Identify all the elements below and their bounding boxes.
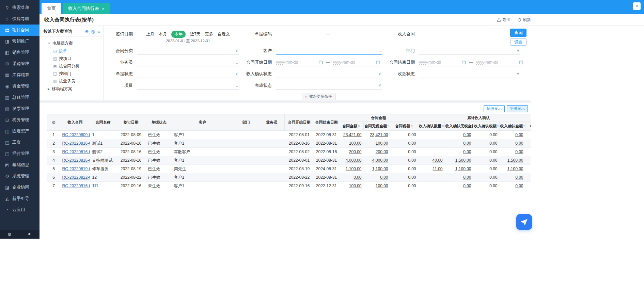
quick-date-option[interactable]: 本年 xyxy=(171,31,186,38)
tab-home[interactable]: 首页 xyxy=(42,3,61,14)
amount-link[interactable]: 0.00 xyxy=(380,175,388,180)
amount-link[interactable]: 0.00 xyxy=(515,183,523,188)
locate-icon[interactable]: ◎ xyxy=(91,29,95,34)
sidebar-item-marketing[interactable]: ◨营销推广 xyxy=(0,36,40,47)
amount-link[interactable]: 1,100.00 xyxy=(372,166,388,171)
view-toggle-button[interactable]: 层级显示 xyxy=(484,105,505,112)
salesman-input[interactable] xyxy=(137,60,234,65)
quick-date-option[interactable]: 自定义 xyxy=(218,31,230,37)
gear-icon[interactable]: ⚙ xyxy=(7,232,12,237)
sidebar-item-system[interactable]: ⚙系统管理 xyxy=(0,171,40,182)
amount-link[interactable]: 0.00 xyxy=(463,149,471,154)
col-header-customer[interactable]: 客户 xyxy=(172,114,233,131)
amount-link[interactable]: 0.00 xyxy=(515,149,523,154)
sidebar-item-invoice[interactable]: ▧发票管理 xyxy=(0,103,40,114)
scheme-item-by-order[interactable]: ◷ 按单 xyxy=(40,47,103,55)
amount-link[interactable]: 0.00 xyxy=(463,183,471,188)
amount-link[interactable]: 200.00 xyxy=(349,149,362,154)
quick-date-option[interactable]: 近7天 xyxy=(190,31,201,37)
chevron-down-icon[interactable]: ∨ xyxy=(234,71,239,76)
amount-link[interactable]: 100.00 xyxy=(349,183,362,188)
sidebar-item-project-contract[interactable]: ▤项目合同 xyxy=(0,25,40,36)
sidebar-item-collaboration[interactable]: ◪企业协同 xyxy=(0,182,40,193)
sort-icon[interactable]: ⇅ xyxy=(410,125,413,128)
amount-link[interactable]: 1,100.00 xyxy=(346,166,362,171)
contract-code-link[interactable]: RC-20220816-002 xyxy=(62,149,90,154)
col-header-sign-date[interactable]: 签订日期 xyxy=(116,114,146,131)
doc-code-from-input[interactable] xyxy=(276,32,323,36)
chevron-down-icon[interactable]: ∨ xyxy=(377,71,382,76)
col-header-amount[interactable]: 合同金额⇅ xyxy=(339,122,364,131)
amount-link[interactable]: 100.00 xyxy=(376,141,388,146)
quick-date-option[interactable]: 上月 xyxy=(146,31,154,37)
announcement-icon[interactable] xyxy=(28,232,32,237)
column-settings-button[interactable]: ⚙ xyxy=(47,114,60,131)
amount-link[interactable]: 0.00 xyxy=(463,175,471,180)
scheme-item-by-category[interactable]: ▣ 按合同分类 xyxy=(40,62,103,70)
sort-icon[interactable]: ⇅ xyxy=(358,125,360,128)
calendar-icon[interactable] xyxy=(462,60,466,64)
contract-category-select[interactable] xyxy=(137,48,234,53)
scheme-item-by-project[interactable]: ▤ 按项目 xyxy=(40,55,103,62)
department-select[interactable] xyxy=(419,48,516,53)
amount-link[interactable]: 0.00 xyxy=(354,175,361,180)
query-button[interactable]: 查询 xyxy=(510,29,527,37)
amount-link[interactable]: 0.00 xyxy=(463,141,471,146)
col-header-status[interactable]: 单据状态 xyxy=(146,114,172,131)
settings-button[interactable]: 设置 xyxy=(510,38,527,46)
ellipsis-picker-icon[interactable]: … xyxy=(234,60,239,65)
amount-link[interactable]: 1,100.00 xyxy=(507,166,523,171)
export-button[interactable]: 导出 xyxy=(497,17,511,23)
col-header-name[interactable]: 合同名称 xyxy=(90,114,116,131)
amount-link[interactable]: 0.00 xyxy=(515,175,523,180)
amount-link[interactable]: 100.00 xyxy=(376,183,388,188)
customer-input[interactable] xyxy=(276,48,377,53)
amount-link[interactable]: 0.00 xyxy=(463,132,471,137)
quick-date-option[interactable]: 本月 xyxy=(159,31,167,37)
col-header-amount-notax[interactable]: 合同无税金额⇅ xyxy=(364,122,390,131)
amount-link[interactable]: 23,421.00 xyxy=(370,132,388,137)
sidebar-item-guide[interactable]: ◭新手引导 xyxy=(0,193,40,204)
col-header-confirm-amount[interactable]: 收入确认金额⇅ xyxy=(500,122,525,131)
tab-close-icon[interactable]: × xyxy=(102,6,105,11)
amount-link[interactable]: 11.00 xyxy=(433,166,442,171)
contract-start-to-input[interactable] xyxy=(333,60,376,65)
sidebar-item-payroll[interactable]: ◰工资 xyxy=(0,137,40,148)
collapse-panel-icon[interactable]: « xyxy=(97,29,100,34)
doc-status-select[interactable] xyxy=(137,71,234,76)
scheme-group-mobile[interactable]: ▶ 移动端方案 xyxy=(40,85,103,93)
sidebar-item-purchase[interactable]: ⊞采购管理 xyxy=(0,58,40,69)
view-toggle-button[interactable]: 平级显示 xyxy=(507,105,528,112)
scheme-group-pc[interactable]: ▼ 电脑端方案 xyxy=(40,39,103,47)
contract-code-link[interactable]: RC-20220816-003 xyxy=(62,158,90,163)
amount-link[interactable]: 0.00 xyxy=(515,132,523,137)
amount-link[interactable]: 23,421.00 xyxy=(343,132,361,137)
col-header-salesman[interactable]: 业务员 xyxy=(259,114,285,131)
sidebar-item-quick-nav[interactable]: ⌂快捷导航 xyxy=(0,13,40,25)
amount-link[interactable]: 40.00 xyxy=(432,158,442,163)
sidebar-item-operation[interactable]: ◳经营管理 xyxy=(0,148,40,159)
amount-link[interactable]: 100.00 xyxy=(349,141,362,146)
sidebar-item-ledger[interactable]: ▥总账管理 xyxy=(0,92,40,103)
amount-link[interactable]: 1,100.00 xyxy=(455,166,471,171)
contract-code-link[interactable]: RC-20220809-001 xyxy=(62,132,90,137)
ellipsis-picker-icon[interactable]: … xyxy=(234,83,239,88)
refresh-button[interactable]: 刷新 xyxy=(517,17,531,23)
doc-code-to-input[interactable] xyxy=(333,32,380,36)
calendar-icon[interactable] xyxy=(319,60,323,64)
contract-code-link[interactable]: RC-20220816-001 xyxy=(62,141,90,146)
amount-link[interactable]: 0.00 xyxy=(515,141,523,146)
amount-link[interactable]: 1,500.00 xyxy=(455,158,471,163)
col-header-clipped[interactable]: 收 xyxy=(525,122,531,131)
col-header-amount-tax[interactable]: 合同税额⇅ xyxy=(390,122,418,131)
chevron-down-icon[interactable]: ∨ xyxy=(516,71,520,76)
project-input[interactable] xyxy=(137,83,234,88)
col-header-start-date[interactable]: 合同开始日期 xyxy=(285,114,314,131)
contract-code-link[interactable]: RC-20220822-001 xyxy=(62,175,90,180)
sidebar-item-cloud-app[interactable]: ◔云应用 xyxy=(0,204,40,215)
sort-icon[interactable]: ⇅ xyxy=(442,125,444,128)
sort-icon[interactable]: ⇅ xyxy=(497,125,500,128)
contract-code-link[interactable]: RC-20220916-001 xyxy=(62,183,90,188)
amount-link[interactable]: 4,000.00 xyxy=(372,158,388,163)
tab-income-contract-report[interactable]: 收入合同执行表 × xyxy=(63,3,110,14)
